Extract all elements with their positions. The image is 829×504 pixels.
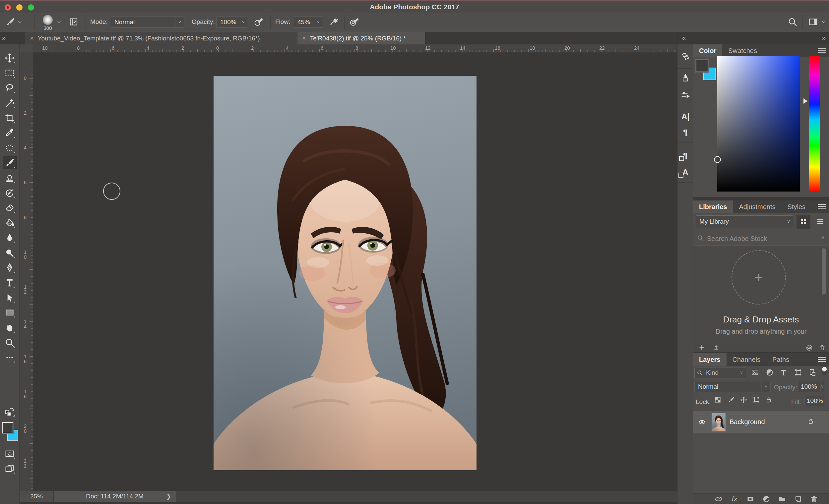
lock-transparency-icon[interactable]	[713, 396, 722, 403]
link-layers-icon[interactable]	[714, 495, 724, 503]
layer-row-background[interactable]: Background	[693, 411, 829, 433]
add-content-plus-icon[interactable]	[697, 344, 706, 352]
lasso-tool[interactable]	[3, 81, 16, 94]
hand-tool[interactable]	[3, 321, 16, 334]
brush-picker-chevron-icon[interactable]	[56, 19, 62, 25]
layer-filter-kind-select[interactable]: Kind ˅	[694, 367, 746, 378]
tool-preset-chevron-icon[interactable]	[16, 19, 23, 25]
tab-color[interactable]: Color	[693, 44, 722, 57]
rectangular-marquee-tool[interactable]	[3, 66, 16, 80]
character-styles-panel-icon[interactable]: ¶	[680, 150, 691, 162]
clone-stamp-tool[interactable]	[3, 171, 16, 185]
paint-bucket-tool[interactable]	[3, 216, 16, 229]
pen-tool[interactable]	[3, 261, 16, 274]
document-canvas-image[interactable]	[214, 76, 476, 470]
workspace-chevron-icon[interactable]	[820, 19, 827, 25]
workspace-switcher-icon[interactable]	[806, 17, 820, 27]
upload-icon[interactable]	[712, 344, 721, 352]
color-picker-handle[interactable]	[714, 156, 721, 163]
zoom-tool[interactable]	[3, 336, 16, 349]
tab-adjustments[interactable]: Adjustments	[733, 200, 781, 213]
layer-name[interactable]: Background	[729, 418, 765, 426]
blur-tool[interactable]	[3, 231, 16, 244]
pressure-opacity-icon[interactable]	[253, 17, 265, 27]
collapse-dock-chevron[interactable]: »	[822, 34, 826, 42]
new-group-folder-icon[interactable]	[777, 495, 787, 503]
brush-presets-panel-icon[interactable]	[680, 72, 691, 83]
tab-swatches[interactable]: Swatches	[722, 44, 763, 57]
close-tab-icon[interactable]: ×	[30, 34, 34, 42]
color-saturation-field[interactable]	[717, 56, 800, 192]
paragraph-styles-panel-icon[interactable]: A	[680, 166, 691, 178]
layers-blend-mode-select[interactable]: Normal ˅	[694, 381, 771, 392]
eyedropper-tool[interactable]	[3, 126, 16, 140]
layers-opacity-select[interactable]: 100% ˅	[797, 381, 824, 392]
delete-layer-trash-icon[interactable]	[809, 495, 819, 503]
magic-wand-tool[interactable]	[3, 96, 16, 110]
path-selection-tool[interactable]	[3, 291, 16, 304]
chevron-down-icon[interactable]: ˅	[821, 235, 824, 241]
swap-colors-button[interactable]	[3, 405, 16, 418]
opacity-select[interactable]: 100% ˅	[217, 16, 247, 28]
panel-menu-icon[interactable]	[818, 357, 826, 362]
brush-settings-panel-icon[interactable]	[680, 89, 691, 101]
close-tab-icon[interactable]: ×	[302, 34, 306, 42]
rectangle-tool[interactable]	[3, 306, 16, 319]
paragraph-panel-icon[interactable]: ¶	[680, 126, 691, 139]
filter-pixel-layers-icon[interactable]	[750, 369, 760, 377]
search-icon[interactable]	[787, 17, 798, 27]
hue-slider[interactable]	[809, 56, 820, 192]
ruler-horizontal[interactable]: 108642024681012141618202224	[33, 44, 677, 53]
tab-channels[interactable]: Channels	[726, 353, 767, 366]
airbrush-icon[interactable]	[328, 17, 341, 27]
panel-menu-icon[interactable]	[818, 48, 826, 53]
library-select[interactable]: My Library ˅	[696, 216, 793, 228]
status-doc-info[interactable]: Doc: 114.2M/114.2M ❯	[54, 491, 176, 502]
creative-cloud-icon[interactable]	[804, 344, 814, 352]
library-grid-view-button[interactable]	[796, 215, 810, 229]
filter-smart-objects-icon[interactable]	[807, 369, 817, 377]
filter-adjustment-layers-icon[interactable]	[765, 369, 774, 377]
brush-tool-preset-icon[interactable]	[5, 17, 16, 27]
new-layer-icon[interactable]	[793, 495, 803, 503]
clone-source-panel-icon[interactable]	[680, 50, 691, 62]
layer-thumbnail[interactable]	[712, 413, 725, 431]
document-tab-active[interactable]: × Te'R0438(2).tif @ 25% (RGB/16) *	[297, 32, 426, 44]
ruler-origin-box[interactable]	[20, 44, 34, 53]
edit-toolbar-button[interactable]	[3, 351, 16, 364]
healing-patch-tool[interactable]	[3, 141, 16, 154]
move-tool[interactable]	[3, 51, 16, 65]
new-adjustment-layer-icon[interactable]	[761, 495, 771, 503]
lock-pixels-icon[interactable]	[726, 396, 735, 403]
crop-tool[interactable]	[3, 111, 16, 125]
library-list-view-button[interactable]	[813, 215, 827, 229]
quick-mask-button[interactable]	[3, 447, 16, 460]
color-panel-foreground-swatch[interactable]	[696, 60, 708, 72]
tab-libraries[interactable]: Libraries	[693, 200, 733, 213]
brush-tool[interactable]	[3, 156, 16, 169]
layer-visibility-eye-icon[interactable]	[697, 418, 707, 426]
drag-drop-target-circle[interactable]: +	[731, 250, 786, 305]
screen-mode-button[interactable]	[3, 462, 16, 475]
document-tab-inactive[interactable]: × Youtube_Video_Template.tif @ 71.3% (Fa…	[25, 32, 297, 44]
lock-all-icon[interactable]	[764, 396, 773, 403]
lock-artboard-icon[interactable]	[751, 396, 761, 403]
panel-menu-icon[interactable]	[818, 204, 826, 209]
tab-layers[interactable]: Layers	[693, 353, 726, 366]
status-chevron-icon[interactable]: ❯	[167, 493, 171, 500]
brush-preset-picker[interactable]	[40, 15, 55, 26]
character-panel-icon[interactable]: A|	[680, 111, 691, 123]
blend-mode-select[interactable]: Normal ˅	[111, 16, 184, 28]
library-scrollbar[interactable]	[822, 248, 826, 295]
lock-position-icon[interactable]	[739, 396, 748, 403]
ruler-vertical[interactable]: 024681 01 21 41 61 82 02 2	[20, 52, 34, 491]
pressure-size-icon[interactable]	[348, 17, 361, 27]
filter-type-layers-icon[interactable]	[779, 369, 789, 377]
toggle-brush-panel-button[interactable]	[67, 17, 80, 27]
filter-shape-layers-icon[interactable]	[793, 369, 803, 377]
dodge-tool[interactable]	[3, 246, 16, 260]
tab-styles[interactable]: Styles	[782, 200, 812, 213]
history-brush-tool[interactable]	[3, 186, 16, 199]
layer-style-fx-icon[interactable]: fx	[729, 495, 740, 503]
flow-select[interactable]: 45% ˅	[294, 16, 323, 28]
